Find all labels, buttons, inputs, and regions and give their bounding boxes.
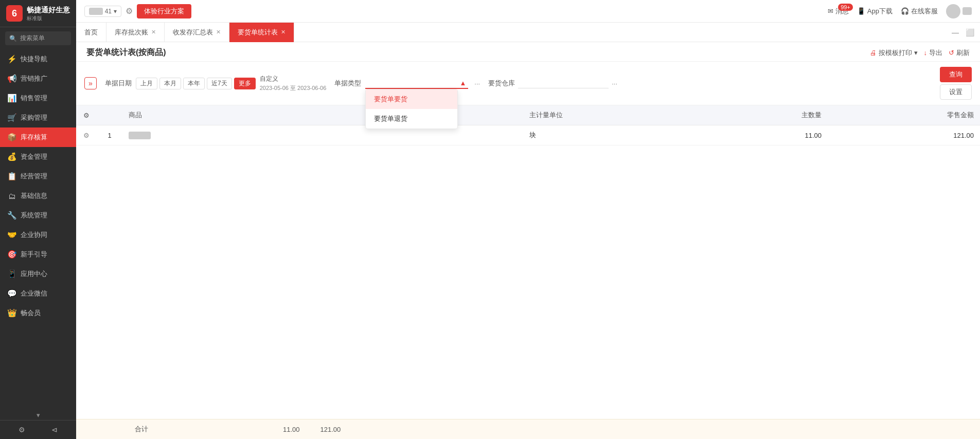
set-btn[interactable]: 设置 [940, 84, 972, 100]
column-gear-icon[interactable]: ⚙ [83, 112, 90, 119]
sidebar-scroll-down[interactable]: ▾ [0, 410, 76, 420]
sidebar-item-quick-nav[interactable]: ⚡ 快捷导航 [0, 49, 76, 69]
trial-industry-btn[interactable]: 体验行业方案 [137, 4, 191, 19]
row-product-cell [122, 125, 523, 145]
tabbar-expand-btn[interactable]: ⬜ [964, 26, 976, 39]
system-icon: 🔧 [7, 211, 16, 220]
sidebar-item-system[interactable]: 🔧 系统管理 [0, 206, 76, 225]
messages-btn[interactable]: ✉ 消息 99+ [828, 7, 849, 16]
tab-home[interactable]: 首页 [76, 23, 106, 42]
query-btn[interactable]: 查询 [940, 67, 972, 82]
topbar: 41 ▾ ⚙ 体验行业方案 ✉ 消息 99+ 📱 App下载 🎧 在线客服 [76, 0, 980, 23]
sidebar-item-purchase[interactable]: 🛒 采购管理 [0, 108, 76, 127]
date-custom-btn[interactable]: 自定义 [260, 75, 327, 83]
collapse-btn[interactable]: ⊲ [51, 426, 58, 434]
footer-quantity: 11.00 [273, 426, 310, 433]
sidebar-items-list: ⚡ 快捷导航 📢 营销推广 📊 销售管理 🛒 采购管理 📦 库存核算 💰 资金管… [0, 49, 76, 410]
row-gear-cell[interactable]: ⚙ [76, 125, 97, 145]
tabbar-actions: — ⬜ [949, 26, 980, 39]
online-service-btn[interactable]: 🎧 在线客服 [901, 7, 938, 16]
tab-inventory-batch-close[interactable]: ✕ [151, 29, 156, 35]
operations-icon: 📋 [7, 172, 16, 181]
sidebar-item-label: 资金管理 [21, 152, 47, 161]
main-area: 41 ▾ ⚙ 体验行业方案 ✉ 消息 99+ 📱 App下载 🎧 在线客服 [76, 0, 980, 439]
dropdown-option-return[interactable]: 要货单退货 [366, 109, 457, 129]
filter-expand-btn[interactable]: » [84, 77, 97, 89]
sidebar-item-wechat[interactable]: 💬 企业微信 [0, 284, 76, 303]
refresh-btn[interactable]: ↺ 刷新 [949, 48, 970, 58]
user-avatar [946, 4, 960, 19]
sidebar-item-label: 企业协同 [21, 230, 47, 240]
sidebar-item-label: 新手引导 [21, 250, 47, 259]
sidebar-item-inventory[interactable]: 📦 库存核算 [0, 127, 76, 147]
app-download-btn[interactable]: 📱 App下载 [857, 7, 893, 16]
refresh-label: 刷新 [956, 48, 970, 58]
app-download-icon: 📱 [857, 7, 865, 15]
topbar-gear-btn[interactable]: ⚙ [126, 6, 133, 16]
sidebar-item-app-center[interactable]: 📱 应用中心 [0, 264, 76, 284]
sidebar-item-marketing[interactable]: 📢 营销推广 [0, 69, 76, 88]
dropdown-option-order[interactable]: 要货单要货 [366, 89, 457, 109]
tab-inventory-batch[interactable]: 库存批次账 ✕ [106, 23, 165, 42]
sidebar-item-base-info[interactable]: 🗂 基础信息 [0, 186, 76, 206]
tab-order-summary-close[interactable]: ✕ [281, 29, 286, 35]
sidebar-logo: 6 畅捷通好生意 标准版 [0, 0, 76, 27]
type-select-ellipsis-btn[interactable]: ··· [474, 80, 480, 87]
sidebar-item-label: 系统管理 [21, 211, 47, 220]
sidebar-item-sales[interactable]: 📊 销售管理 [0, 88, 76, 108]
date-this-year-btn[interactable]: 本年 [183, 78, 205, 89]
date-more-btn[interactable]: 更多 [234, 78, 256, 89]
wechat-icon: 💬 [7, 289, 16, 298]
row-amount-cell: 121.00 [828, 125, 980, 145]
date-this-month-btn[interactable]: 本月 [159, 78, 181, 89]
export-icon: ↓ [924, 49, 928, 57]
row-quantity-cell: 11.00 [702, 125, 828, 145]
product-name-blurred [129, 132, 151, 139]
warehouse-ellipsis-btn[interactable]: ··· [612, 80, 617, 87]
company-dropdown-icon: ▾ [114, 8, 117, 15]
messages-icon: ✉ [828, 7, 833, 15]
sidebar-item-label: 畅会员 [21, 308, 41, 318]
table-header-row: ⚙ 商品 主计量单位 主数量 零售金额 [76, 105, 980, 125]
tab-inventory-batch-label: 库存批次账 [115, 28, 148, 37]
type-select-text-input[interactable] [367, 79, 457, 87]
sidebar-item-label: 经营管理 [21, 172, 47, 181]
page-title: 要货单统计表(按商品) [86, 47, 166, 58]
settings-btn[interactable]: ⚙ [19, 426, 25, 434]
topbar-left: 41 ▾ ⚙ 体验行业方案 [84, 4, 822, 19]
export-btn[interactable]: ↓ 导出 [924, 48, 943, 58]
user-avatar-btn[interactable] [946, 4, 972, 19]
search-icon: 🔍 [9, 35, 17, 42]
marketing-icon: 📢 [7, 74, 16, 83]
print-label: 按模板打印 [879, 48, 912, 58]
type-select-input[interactable]: ▲ [365, 78, 468, 89]
tab-receive-summary-close[interactable]: ✕ [216, 29, 221, 35]
sidebar-item-member[interactable]: 👑 畅会员 [0, 303, 76, 323]
tab-receive-summary[interactable]: 收发存汇总表 ✕ [165, 23, 229, 42]
sidebar-item-finance[interactable]: 💰 资金管理 [0, 147, 76, 167]
date-filter-label: 单据日期 [105, 79, 132, 88]
enterprise-icon: 🤝 [7, 230, 16, 240]
print-btn[interactable]: 🖨 按模板打印 ▾ [870, 48, 918, 58]
company-selector[interactable]: 41 ▾ [84, 6, 121, 17]
date-last-month-btn[interactable]: 上月 [136, 78, 157, 89]
sidebar-item-guide[interactable]: 🎯 新手引导 [0, 245, 76, 264]
tab-order-summary[interactable]: 要货单统计表 ✕ [229, 23, 294, 42]
sidebar-item-enterprise[interactable]: 🤝 企业协同 [0, 225, 76, 245]
warehouse-input[interactable] [518, 78, 609, 88]
type-select-chevron-up-icon[interactable]: ▲ [459, 79, 466, 87]
col-amount: 零售金额 [828, 105, 980, 125]
warehouse-filter-label: 要货仓库 [488, 79, 515, 88]
date-last-7days-btn[interactable]: 近7天 [207, 78, 232, 89]
tab-home-label: 首页 [84, 28, 98, 37]
footer-label: 合计 [129, 425, 231, 434]
sidebar-item-operations[interactable]: 📋 经营管理 [0, 167, 76, 186]
table-head: ⚙ 商品 主计量单位 主数量 零售金额 [76, 105, 980, 125]
topbar-right: ✉ 消息 99+ 📱 App下载 🎧 在线客服 [828, 4, 972, 19]
type-filter-group: 单据类型 ▲ ··· [334, 78, 480, 89]
footer-amount: 121.00 [310, 426, 351, 433]
col-gear[interactable]: ⚙ [76, 105, 97, 125]
quick-nav-icon: ⚡ [7, 54, 16, 64]
sidebar-search[interactable]: 🔍 搜索菜单 [5, 31, 71, 45]
tabbar-minimize-btn[interactable]: — [949, 26, 961, 39]
